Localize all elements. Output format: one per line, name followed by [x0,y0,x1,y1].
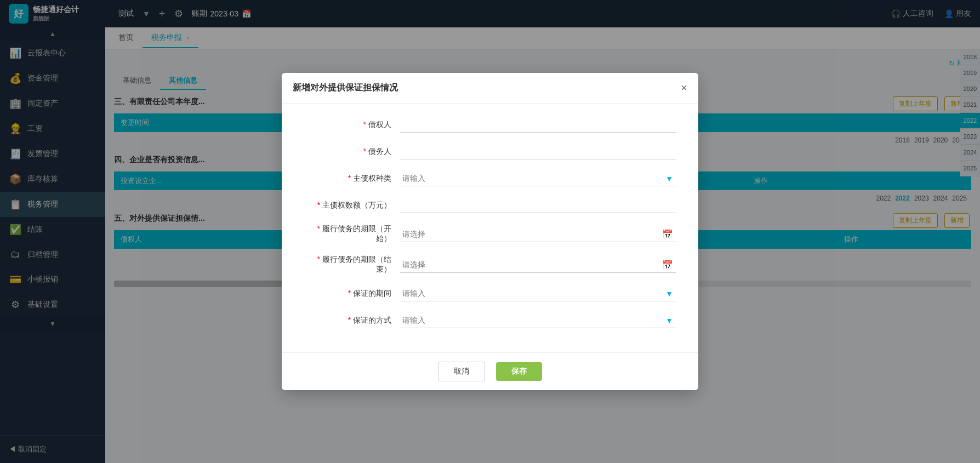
claim-amount-input[interactable] [400,197,676,213]
guarantee-period-input[interactable] [400,285,676,301]
form-row-creditor: * 债权人 [304,117,676,133]
modal-close-button[interactable]: × [681,82,687,94]
form-row-debtor: * 债务人 [304,144,676,159]
cancel-button[interactable]: 取消 [438,362,485,381]
claim-type-label: * 主债权种类 [304,174,391,184]
guarantee-method-select-wrap: ▼ [400,312,676,328]
period-start-label: * 履行债务的期限（开始） [304,224,391,244]
period-start-input[interactable] [400,226,676,242]
modal-body: * 债权人 * 债务人 * 主债权种类 [282,104,698,352]
debtor-label: * 债务人 [304,147,391,157]
modal-header: 新增对外提供保证担保情况 × [282,73,698,104]
form-row-guarantee-period: * 保证的期间 ▼ [304,285,676,301]
guarantee-method-input[interactable] [400,312,676,328]
form-row-claim-type: * 主债权种类 ▼ [304,170,676,186]
modal-dialog: 新增对外提供保证担保情况 × * 债权人 * 债务人 [282,73,698,390]
period-start-date-wrap: 📅 [400,226,676,242]
period-end-input[interactable] [400,257,676,273]
form-row-period-end: * 履行债务的期限（结束） 📅 [304,255,676,275]
form-row-claim-amount: * 主债权数额（万元） [304,197,676,213]
creditor-label: * 债权人 [304,120,391,130]
guarantee-period-label: * 保证的期间 [304,289,391,299]
claim-type-input[interactable] [400,170,676,186]
claim-type-select-wrap: ▼ [400,170,676,186]
modal-footer: 取消 保存 [282,352,698,390]
form-row-period-start: * 履行债务的期限（开始） 📅 [304,224,676,244]
modal-overlay: 新增对外提供保证担保情况 × * 债权人 * 债务人 [0,0,980,463]
modal-title: 新增对外提供保证担保情况 [293,82,398,94]
debtor-input[interactable] [400,144,676,159]
guarantee-period-select-wrap: ▼ [400,285,676,301]
form-row-guarantee-method: * 保证的方式 ▼ [304,312,676,328]
guarantee-method-label: * 保证的方式 [304,316,391,325]
save-button[interactable]: 保存 [496,362,542,381]
period-end-label: * 履行债务的期限（结束） [304,255,391,275]
claim-amount-label: * 主债权数额（万元） [304,201,391,210]
creditor-input[interactable] [400,117,676,133]
period-end-date-wrap: 📅 [400,257,676,273]
